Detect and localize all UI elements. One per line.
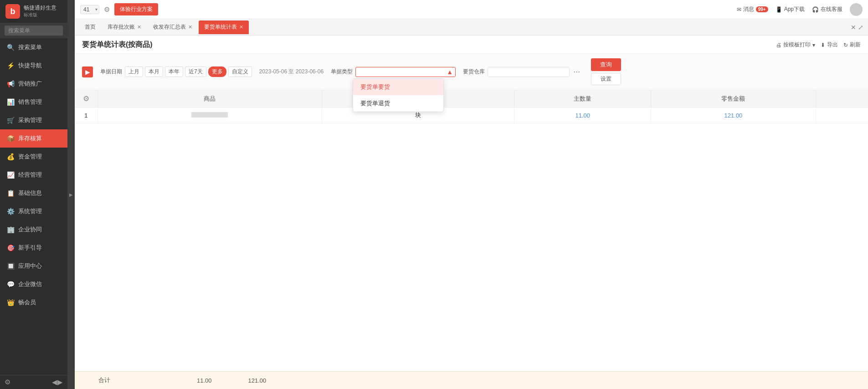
filter-action-buttons: 查询 设置 [591,58,621,85]
tab-首页[interactable]: 首页 [79,20,101,34]
search-input[interactable] [5,26,63,36]
last-7-days-btn[interactable]: 近7天 [185,67,206,77]
close-all-icon[interactable]: ✕ [851,24,856,31]
footer-qty-total: 11.00 [124,377,212,384]
print-icon: 🖨 [776,42,781,48]
sidebar-item-finance[interactable]: 💰 资金管理 [0,148,67,166]
nav-icon-system: ⚙️ [6,208,15,215]
refresh-button[interactable]: ↻ 刷新 [843,41,861,49]
table-wrapper: ⚙ 商品 主计量单位 主数量 零售金额 1 块 11.00 121.00 [75,90,868,123]
store-select[interactable]: 41 [80,5,99,14]
tab-close-icon[interactable]: ✕ [239,24,243,30]
store-selector[interactable]: 41 ▾ [80,5,99,14]
sidebar-item-app-center[interactable]: 🔲 应用中心 [0,257,67,275]
tabs-right-controls[interactable]: ✕ ⤢ [851,24,863,31]
topbar-actions: ✉ 消息 99+ 📱 App下载 🎧 在线客服 [737,3,863,16]
messages-action[interactable]: ✉ 消息 99+ [737,5,768,13]
sidebar-item-member[interactable]: 👑 畅会员 [0,293,67,312]
footer-amount-total: 121.00 [226,377,267,384]
col-extra-header [816,90,868,107]
trial-button[interactable]: 体验行业方案 [114,3,158,15]
table-header: ⚙ 商品 主计量单位 主数量 零售金额 [75,90,868,107]
data-table: ⚙ 商品 主计量单位 主数量 零售金额 1 块 11.00 121.00 [75,90,868,123]
collapse-icon[interactable]: ◀▶ [52,378,63,386]
type-input[interactable] [355,67,456,77]
tab-label: 库存批次账 [108,23,135,31]
app-download-label: App下载 [784,5,805,13]
expand-tabs-icon[interactable]: ⤢ [858,24,863,31]
warehouse-input[interactable] [488,67,570,77]
cell-amount[interactable]: 121.00 [651,107,816,123]
last-month-btn[interactable]: 上月 [125,67,143,77]
sidebar-item-purchase[interactable]: 🛒 采购管理 [0,111,67,129]
sidebar-item-marketing[interactable]: 📢 营销推广 [0,75,67,93]
app-download-action[interactable]: 📱 App下载 [776,5,805,13]
tabs-bar: 首页库存批次账✕收发存汇总表✕要货单统计表✕ ✕ ⤢ [75,19,868,36]
settings-icon[interactable]: ⚙ [5,378,10,386]
tab-label: 首页 [85,23,96,31]
message-icon: ✉ [737,6,741,13]
sidebar-item-guide[interactable]: 🎯 新手引导 [0,239,67,257]
nav-label-finance: 资金管理 [18,153,42,161]
date-range-display: 2023-05-06 至 2023-06-06 [259,68,324,76]
sidebar-item-sales[interactable]: 📊 销售管理 [0,93,67,111]
page-title: 要货单统计表(按商品) [82,40,153,50]
nav-icon-basic: 📋 [6,189,15,197]
sidebar-item-system[interactable]: ⚙️ 系统管理 [0,202,67,220]
print-button[interactable]: 🖨 按模板打印 ▾ [776,41,815,49]
more-dates-btn[interactable]: 更多 [208,67,226,77]
nav-label-enterprise: 企业协同 [18,225,42,234]
dropdown-item[interactable]: 要货单退货 [353,95,443,112]
export-button[interactable]: ⬇ 导出 [821,41,838,49]
sidebar-item-quick-nav[interactable]: ⚡ 快捷导航 [0,56,67,75]
main-area: 41 ▾ ⚙ 体验行业方案 ✉ 消息 99+ 📱 App下载 🎧 在线客服 首页 [75,0,868,389]
sidebar-nav: 🔍 搜索菜单 ⚡ 快捷导航 📢 营销推广 📊 销售管理 🛒 采购管理 📦 库存核… [0,38,67,375]
tab-close-icon[interactable]: ✕ [137,24,141,30]
settings-gear-icon[interactable]: ⚙ [104,5,110,14]
date-filter-group: 单据日期 上月 本月 本年 近7天 更多 自定义 [100,67,252,77]
type-filter-group: 单据类型 ▲ [331,67,456,77]
nav-label-operation: 经营管理 [18,171,42,179]
sidebar-item-basic[interactable]: 📋 基础信息 [0,184,67,202]
this-year-btn[interactable]: 本年 [165,67,183,77]
sidebar: b 畅捷通好生意 标准版 🔍 搜索菜单 ⚡ 快捷导航 📢 营销推广 📊 销售管理… [0,0,67,389]
nav-icon-sales: 📊 [6,98,15,106]
settings-button[interactable]: 设置 [591,73,621,85]
tab-收发存汇总表[interactable]: 收发存汇总表✕ [148,20,198,34]
cell-qty[interactable]: 11.00 [514,107,651,123]
online-service-action[interactable]: 🎧 在线客服 [812,5,842,13]
query-button[interactable]: 查询 [591,58,621,71]
nav-icon-purchase: 🛒 [6,117,15,124]
tab-库存批次账[interactable]: 库存批次账✕ [102,20,147,34]
tab-label: 要货单统计表 [204,23,237,31]
nav-label-marketing: 营销推广 [18,80,42,88]
sidebar-scroll[interactable]: ▶ [67,0,75,389]
user-avatar[interactable] [850,3,863,16]
sidebar-item-operation[interactable]: 📈 经营管理 [0,166,67,184]
col-settings-header[interactable]: ⚙ [75,90,98,107]
sidebar-item-wx[interactable]: 💬 企业微信 [0,275,67,293]
dropdown-item[interactable]: 要货单要货 [353,79,443,95]
refresh-label: 刷新 [850,41,861,49]
sidebar-item-enterprise[interactable]: 🏢 企业协同 [0,220,67,239]
type-input-wrapper: ▲ [355,67,456,77]
cell-seq: 1 [75,107,98,123]
sidebar-item-inventory[interactable]: 📦 库存核算 [0,129,67,148]
export-icon: ⬇ [821,42,825,48]
warehouse-more-icon[interactable]: ··· [573,67,580,77]
nav-label-guide: 新手引导 [18,244,42,252]
custom-date-btn[interactable]: 自定义 [228,67,252,77]
filter-expand-button[interactable]: ▶ [82,67,93,77]
logo-icon: b [5,4,20,19]
column-settings-icon[interactable]: ⚙ [83,95,89,102]
tab-close-icon[interactable]: ✕ [188,24,192,30]
sidebar-item-search[interactable]: 🔍 搜索菜单 [0,38,67,56]
this-month-btn[interactable]: 本月 [145,67,163,77]
type-dropdown-arrow-icon[interactable]: ▲ [447,68,453,76]
logo-title: 畅捷通好生意 [24,5,56,12]
type-label: 单据类型 [331,68,353,76]
nav-label-system: 系统管理 [18,207,42,215]
tab-要货单统计表[interactable]: 要货单统计表✕ [199,20,249,34]
print-label: 按模板打印 [783,41,811,49]
sidebar-logo: b 畅捷通好生意 标准版 [0,0,67,23]
